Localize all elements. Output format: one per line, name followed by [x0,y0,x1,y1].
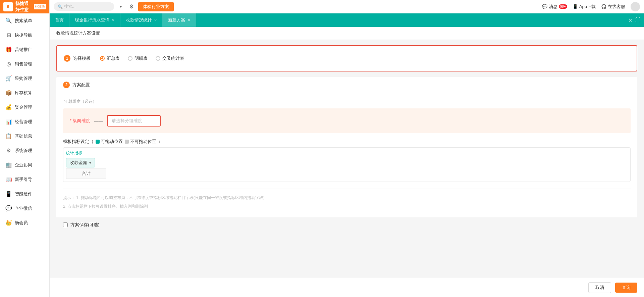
step1-number: 1 [64,55,70,62]
crown-icon: 👑 [5,219,12,226]
main-area: 🔍 搜索... ▾ ⚙ 体验行业方案 💬 消息 99+ 📱 App下载 🎧 在线… [50,0,644,297]
sidebar: 6 畅捷通好生意 标准版 🔍 搜索菜单 ⊞ 快捷导航 🎁 营销推广 ◎ 销售管理… [0,0,50,297]
radio-cross-circle [156,56,160,61]
tab-new[interactable]: 新建方案 ✕ [163,13,196,27]
tab-close-window-icon[interactable]: ✕ [628,16,633,24]
tab-stats[interactable]: 收款情况统计 ✕ [120,13,163,27]
box-icon: 📦 [5,90,12,96]
stats-label: 统计指标 [66,150,628,156]
app-logo-icon: 6 [3,2,13,11]
building-icon: 🏢 [5,162,12,168]
gift-icon: 🎁 [5,46,12,53]
sidebar-item-label: 新手引导 [15,177,32,183]
sidebar-item-operation[interactable]: 📊 经营管理 [0,114,49,129]
cancel-button[interactable]: 取消 [588,282,611,293]
draggable-label: 可拖动位置 [101,139,123,145]
sidebar-nav: 🔍 搜索菜单 ⊞ 快捷导航 🎁 营销推广 ◎ 销售管理 🛒 采购管理 📦 库存核… [0,13,49,297]
online-service-button[interactable]: 🎧 在线客服 [601,4,625,10]
indicator-tag-amount-label: 收款金额 [70,160,87,166]
tab-new-close-icon[interactable]: ✕ [187,18,191,22]
topbar-right: 💬 消息 99+ 📱 App下载 🎧 在线客服 [542,2,640,11]
sidebar-item-system[interactable]: ⚙ 系统管理 [0,143,49,158]
page-body: 1 选择模板 汇总表 明细表 交叉统计表 [50,40,644,238]
radio-cross[interactable]: 交叉统计表 [156,55,184,61]
sidebar-item-hardware[interactable]: 📱 智能硬件 [0,187,49,201]
sidebar-item-label: 企业微信 [15,205,32,211]
messages-button[interactable]: 💬 消息 99+ [542,4,567,10]
tab-bank[interactable]: 现金银行流水查询 ✕ [69,13,120,27]
sidebar-item-label: 系统管理 [15,148,32,154]
sidebar-item-label: 智能硬件 [15,191,32,197]
indicator-label: 模板指标设定（ 可拖动位置 不可拖动位置 ） [63,139,631,145]
settings-gear-icon[interactable]: ⚙ [127,3,136,11]
app-name: 畅捷通好生意 [15,1,31,13]
indicator-dropdown-icon[interactable]: ▾ [89,161,91,165]
sidebar-item-label: 采购管理 [15,76,32,82]
sidebar-item-label: 企业协同 [15,162,32,168]
tab-stats-label: 收款情况统计 [126,17,152,23]
book-icon: 📖 [5,176,12,183]
user-avatar[interactable] [631,2,640,11]
message-icon: 💬 [542,4,547,9]
sidebar-item-basic[interactable]: 📋 基础信息 [0,129,49,143]
tab-expand-icon[interactable]: ⛶ [635,16,641,24]
tab-stats-close-icon[interactable]: ✕ [154,18,157,22]
radio-cross-label: 交叉统计表 [162,55,184,61]
sidebar-item-enterprise[interactable]: 🏢 企业协同 [0,158,49,172]
step1-title: 选择模板 [73,55,91,61]
tab-bank-close-icon[interactable]: ✕ [112,18,115,22]
sidebar-item-label: 营销推广 [15,47,32,53]
save-checkbox[interactable] [63,222,68,227]
arrow-icon: —— [94,118,103,123]
tab-home[interactable]: 首页 [50,13,69,27]
sidebar-item-member[interactable]: 👑 畅会员 [0,215,49,230]
radio-summary[interactable]: 汇总表 [100,55,120,61]
app-download-label: App下载 [579,4,596,10]
sidebar-item-search[interactable]: 🔍 搜索菜单 [0,13,49,28]
sidebar-item-label: 库存核算 [15,90,32,96]
radio-detail-label: 明细表 [135,55,148,61]
draggable-icon [96,140,100,144]
sidebar-item-sales[interactable]: ◎ 销售管理 [0,57,49,71]
indicator-tag-area: 统计指标 收款金额 ▾ 合计 [63,147,631,182]
sidebar-item-inventory[interactable]: 📦 库存核算 [0,86,49,100]
save-section: 方案保存(可选) [56,217,637,233]
query-button[interactable]: 查询 [615,283,637,293]
gear-icon: ⚙ [5,147,12,154]
sidebar-item-purchase[interactable]: 🛒 采购管理 [0,71,49,86]
tab-new-label: 新建方案 [168,17,185,23]
phone-icon: 📱 [5,191,12,197]
step2-section: 2 方案配置 汇总维度（必选） * 纵向维度 —— 请选择分组 [56,77,637,233]
dimension-select-placeholder: 请选择分组维度 [112,118,142,124]
tip-1: 提示： 1. 拖动标题栏可以调整布局，不可跨维度或指标区域拖动栏目字段(只能在同… [63,194,631,202]
cart-icon: 🛒 [5,75,12,82]
sidebar-item-label: 快捷导航 [15,32,32,38]
search-icon: 🔍 [58,4,63,9]
sidebar-item-wechat[interactable]: 💬 企业微信 [0,201,49,215]
content-area: 收款情况统计方案设置 1 选择模板 汇总表 明细表 [50,27,644,278]
sidebar-item-marketing[interactable]: 🎁 营销推广 [0,42,49,57]
sidebar-item-label: 经营管理 [15,119,32,125]
not-draggable-icon [125,140,129,144]
sidebar-item-finance[interactable]: 💰 资金管理 [0,100,49,114]
sidebar-item-quick-nav[interactable]: ⊞ 快捷导航 [0,28,49,42]
step2-number: 2 [63,82,70,88]
dimension-zone: * 纵向维度 —— 请选择分组维度 [63,108,631,133]
sidebar-item-label: 资金管理 [15,104,32,110]
download-icon: 📱 [573,4,578,9]
topbar-search[interactable]: 🔍 搜索... [54,2,114,11]
radio-detail[interactable]: 明细表 [128,55,148,61]
sidebar-item-guide[interactable]: 📖 新手引导 [0,172,49,187]
indicator-tag-amount[interactable]: 收款金额 ▾ [66,158,95,167]
step2-title: 方案配置 [72,82,90,88]
industry-solution-button[interactable]: 体验行业方案 [138,2,174,11]
search-dropdown-button[interactable]: ▾ [117,3,125,11]
sidebar-item-label: 基础信息 [15,133,32,139]
app-download-button[interactable]: 📱 App下载 [573,4,596,10]
messages-badge: 99+ [559,4,567,9]
radio-summary-label: 汇总表 [107,55,120,61]
page-header: 收款情况统计方案设置 [50,27,644,40]
save-label: 方案保存(可选) [70,222,100,228]
dimension-select-box[interactable]: 请选择分组维度 [107,115,161,127]
step1-box: 1 选择模板 汇总表 明细表 交叉统计表 [56,45,637,71]
